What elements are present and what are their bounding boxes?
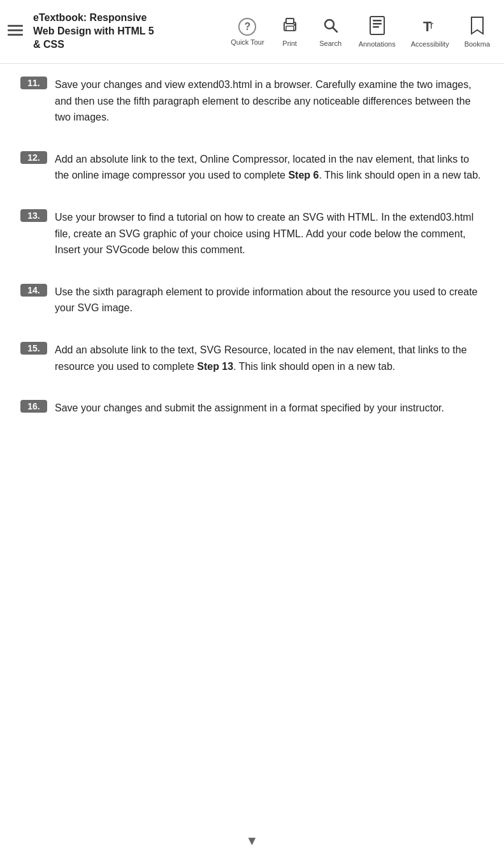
accessibility-label: Accessibility xyxy=(411,40,449,48)
bookmark-button[interactable]: Bookma xyxy=(458,11,496,53)
step-11-block: 11. Save your changes and view extend03.… xyxy=(20,77,484,126)
scroll-down-indicator: ▼ xyxy=(246,834,259,848)
svg-rect-10 xyxy=(373,20,382,22)
step-13-text: Use your browser to find a tutorial on h… xyxy=(55,209,484,258)
quick-tour-label: Quick Tour xyxy=(231,38,264,46)
accessibility-icon: T r xyxy=(422,16,438,38)
annotations-button[interactable]: Annotations xyxy=(352,11,402,53)
svg-rect-11 xyxy=(373,23,382,25)
annotations-label: Annotations xyxy=(359,40,396,48)
accessibility-button[interactable]: T r Accessibility xyxy=(405,11,456,53)
annotations-icon xyxy=(369,16,385,38)
svg-rect-9 xyxy=(370,17,384,34)
menu-icon[interactable] xyxy=(8,22,23,41)
step-15-text: Add an absolute link to the text, SVG Re… xyxy=(55,342,484,374)
svg-line-8 xyxy=(333,27,337,32)
step-15-block: 15. Add an absolute link to the text, SV… xyxy=(20,342,484,374)
quick-tour-button[interactable]: ? Quick Tour xyxy=(227,13,268,51)
bookmark-icon xyxy=(470,16,484,38)
step-15-header: 15. Add an absolute link to the text, SV… xyxy=(20,342,484,374)
svg-rect-2 xyxy=(8,34,23,36)
svg-rect-0 xyxy=(8,25,23,27)
svg-rect-12 xyxy=(373,26,379,28)
step-14-block: 14. Use the sixth paragraph element to p… xyxy=(20,284,484,316)
book-title: eTextbook: Responsive Web Design with HT… xyxy=(33,11,161,51)
step-16-badge: 16. xyxy=(20,400,47,413)
step-12-block: 12. Add an absolute link to the text, On… xyxy=(20,151,484,184)
step-13-badge: 13. xyxy=(20,209,47,222)
step-16-block: 16. Save your changes and submit the ass… xyxy=(20,400,484,416)
step-12-text: Add an absolute link to the text, Online… xyxy=(55,151,484,184)
step-12-badge: 12. xyxy=(20,151,47,164)
print-icon xyxy=(281,17,299,37)
step-11-text: Save your changes and view extend03.html… xyxy=(55,77,484,126)
search-icon xyxy=(322,17,340,37)
print-label: Print xyxy=(282,40,297,47)
step-13-header: 13. Use your browser to find a tutorial … xyxy=(20,209,484,258)
step-14-text: Use the sixth paragraph element to provi… xyxy=(55,284,484,316)
svg-point-6 xyxy=(293,24,295,26)
step-12-header: 12. Add an absolute link to the text, On… xyxy=(20,151,484,184)
main-content: 11. Save your changes and view extend03.… xyxy=(0,64,504,467)
toolbar: ? Quick Tour Print S xyxy=(161,11,496,53)
step-15-badge: 15. xyxy=(20,342,47,355)
step-16-text: Save your changes and submit the assignm… xyxy=(55,400,444,416)
svg-rect-4 xyxy=(286,18,294,24)
bookmark-label: Bookma xyxy=(464,40,490,48)
svg-rect-5 xyxy=(286,26,294,31)
step-16-header: 16. Save your changes and submit the ass… xyxy=(20,400,484,416)
step-13-block: 13. Use your browser to find a tutorial … xyxy=(20,209,484,258)
step-14-header: 14. Use the sixth paragraph element to p… xyxy=(20,284,484,316)
step-14-badge: 14. xyxy=(20,284,47,297)
svg-rect-1 xyxy=(8,29,23,31)
print-button[interactable]: Print xyxy=(271,11,309,52)
svg-text:r: r xyxy=(430,20,434,31)
app-header: eTextbook: Responsive Web Design with HT… xyxy=(0,0,504,64)
search-label: Search xyxy=(319,40,342,47)
step-11-badge: 11. xyxy=(20,77,47,89)
quick-tour-icon: ? xyxy=(238,18,256,36)
step-11-header: 11. Save your changes and view extend03.… xyxy=(20,77,484,126)
search-button[interactable]: Search xyxy=(312,11,350,52)
